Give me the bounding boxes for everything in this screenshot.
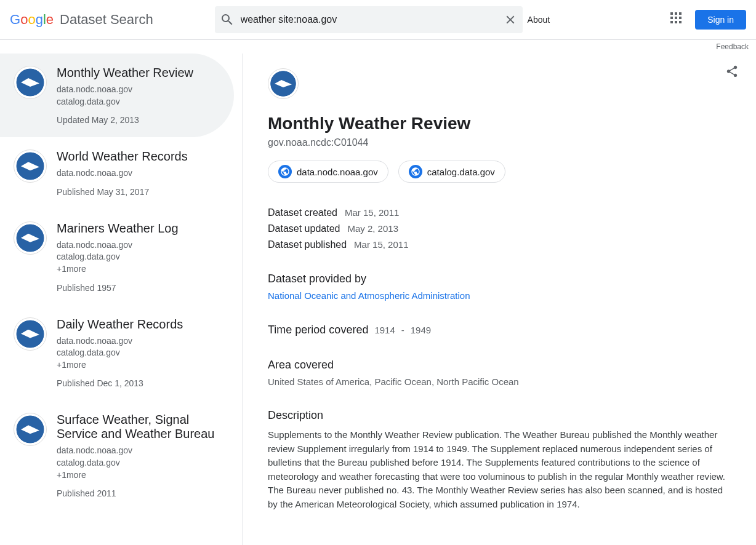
result-title: World Weather Records [57, 149, 229, 164]
result-source: +1more [57, 469, 229, 482]
result-date: Updated May 2, 2013 [57, 115, 220, 125]
result-item[interactable]: Surface Weather, Signal Service and Weat… [0, 400, 243, 511]
result-body: Monthly Weather Review data.nodc.noaa.go… [57, 66, 220, 125]
source-pills: data.nodc.noaa.govcatalog.data.gov [268, 161, 731, 183]
meta-label: Dataset created [268, 207, 337, 218]
section-title: Description [268, 409, 731, 422]
result-source: catalog.data.gov [57, 251, 229, 263]
meta-created: Dataset created Mar 15, 2011 [268, 207, 731, 218]
search-input[interactable] [241, 14, 503, 25]
noaa-logo-icon [14, 66, 47, 99]
result-date: Published 2011 [57, 488, 229, 498]
header-right: About Sign in [528, 10, 746, 30]
meta-updated: Dataset updated May 2, 2013 [268, 223, 731, 234]
result-icon [14, 149, 47, 183]
main: Monthly Weather Review data.nodc.noaa.go… [0, 54, 756, 545]
result-source: +1more [57, 359, 229, 372]
result-title: Surface Weather, Signal Service and Weat… [57, 413, 229, 441]
result-title: Daily Weather Records [57, 317, 229, 332]
google-logo: Google [10, 12, 54, 28]
result-date: Published Dec 1, 2013 [57, 378, 229, 388]
result-title: Mariners Weather Log [57, 221, 229, 236]
description-section: Description Supplements to the Monthly W… [268, 409, 731, 511]
result-source: data.nodc.noaa.gov [57, 335, 229, 348]
noaa-logo-icon [14, 149, 47, 183]
about-link[interactable]: About [528, 15, 550, 25]
result-title: Monthly Weather Review [57, 66, 220, 80]
description-text: Supplements to the Monthly Weather Revie… [268, 428, 731, 511]
signin-button[interactable]: Sign in [695, 10, 746, 30]
result-item[interactable]: Monthly Weather Review data.nodc.noaa.go… [0, 54, 234, 137]
meta-published: Dataset published Mar 15, 2011 [268, 239, 731, 250]
noaa-logo-icon [14, 413, 47, 446]
globe-icon [409, 165, 422, 178]
share-button[interactable] [725, 65, 739, 81]
result-source: catalog.data.gov [57, 457, 229, 469]
detail-panel: Monthly Weather Review gov.noaa.ncdc:C01… [243, 54, 756, 545]
result-source: data.nodc.noaa.gov [57, 84, 220, 96]
apps-button[interactable] [670, 12, 685, 27]
provider-section: Dataset provided by National Oceanic and… [268, 272, 731, 301]
results-sidebar[interactable]: Monthly Weather Review data.nodc.noaa.go… [0, 54, 243, 545]
source-pill[interactable]: catalog.data.gov [398, 161, 505, 183]
result-body: World Weather Records data.nodc.noaa.gov… [57, 149, 229, 197]
section-title: Area covered [268, 359, 731, 372]
result-date: Published 1957 [57, 283, 229, 293]
result-body: Mariners Weather Log data.nodc.noaa.govc… [57, 221, 229, 293]
result-icon [14, 317, 47, 351]
meta-value: Mar 15, 2011 [354, 239, 408, 250]
globe-icon [278, 165, 292, 178]
result-source: data.nodc.noaa.gov [57, 167, 229, 180]
result-source: catalog.data.gov [57, 347, 229, 359]
feedback-link[interactable]: Feedback [0, 40, 756, 54]
clear-button[interactable] [503, 12, 518, 27]
time-section: Time period covered 1914 - 1949 [268, 324, 731, 336]
source-pill[interactable]: data.nodc.noaa.gov [268, 161, 388, 183]
area-section: Area covered United States of America, P… [268, 359, 731, 387]
detail-title: Monthly Weather Review [268, 114, 731, 133]
detail-id: gov.noaa.ncdc:C01044 [268, 137, 731, 148]
header: Google Dataset Search About Sign in [0, 0, 756, 40]
section-title: Time period covered [268, 324, 368, 336]
result-source: +1more [57, 263, 229, 276]
result-icon [14, 66, 47, 99]
noaa-logo-icon [14, 317, 47, 351]
area-value: United States of America, Pacific Ocean,… [268, 376, 731, 387]
pill-label: catalog.data.gov [427, 167, 495, 177]
result-item[interactable]: Daily Weather Records data.nodc.noaa.gov… [0, 305, 243, 401]
product-name: Dataset Search [60, 12, 153, 28]
result-icon [14, 413, 47, 446]
result-body: Surface Weather, Signal Service and Weat… [57, 413, 229, 498]
share-icon [725, 65, 739, 78]
close-icon [504, 13, 517, 26]
meta-label: Dataset updated [268, 223, 340, 234]
search-icon [220, 12, 235, 27]
result-source: data.nodc.noaa.gov [57, 239, 229, 252]
section-title: Dataset provided by [268, 272, 731, 285]
result-source: data.nodc.noaa.gov [57, 445, 229, 457]
noaa-logo-icon [14, 221, 47, 255]
provider-link[interactable]: National Oceanic and Atmospheric Adminis… [268, 290, 470, 301]
time-start: 1914 [374, 325, 395, 335]
apps-icon [670, 12, 685, 23]
result-date: Published May 31, 2017 [57, 187, 229, 197]
meta-label: Dataset published [268, 239, 347, 250]
result-body: Daily Weather Records data.nodc.noaa.gov… [57, 317, 229, 389]
meta-value: May 2, 2013 [347, 223, 398, 234]
detail-logo [268, 68, 299, 99]
result-item[interactable]: Mariners Weather Log data.nodc.noaa.govc… [0, 209, 243, 305]
result-source: catalog.data.gov [57, 96, 220, 108]
search-box[interactable] [215, 6, 523, 33]
pill-label: data.nodc.noaa.gov [297, 167, 378, 177]
time-end: 1949 [411, 325, 431, 335]
logo[interactable]: Google Dataset Search [10, 12, 153, 28]
time-sep: - [401, 325, 404, 335]
result-item[interactable]: World Weather Records data.nodc.noaa.gov… [0, 137, 243, 209]
meta-value: Mar 15, 2011 [345, 207, 399, 218]
result-icon [14, 221, 47, 255]
